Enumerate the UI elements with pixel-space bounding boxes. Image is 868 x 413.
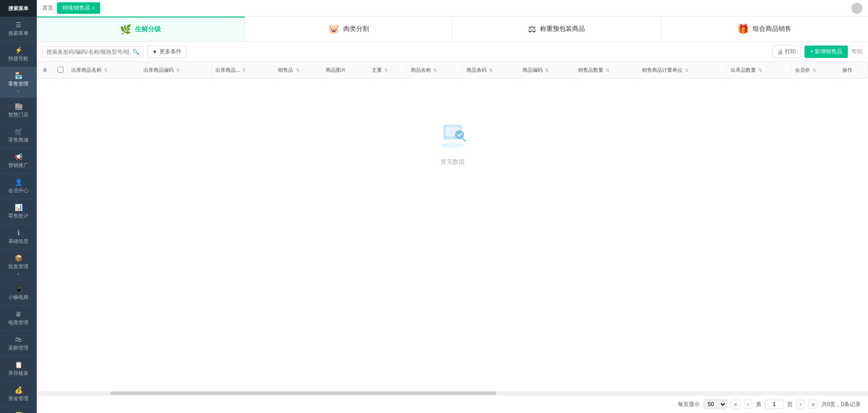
category-tab-weight-pack[interactable]: ⚖ 称重预包装商品 xyxy=(453,17,661,41)
purchase-mgmt-icon: 🛍 xyxy=(15,336,22,343)
marketing-icon: 📢 xyxy=(15,153,23,161)
category-tab-label: 肉类分割 xyxy=(343,25,369,33)
sidebar-item-label: 搜索菜单 xyxy=(8,30,28,37)
filter-icon: ▼ xyxy=(152,49,158,55)
finance-icon: 💰 xyxy=(15,386,23,394)
page-suffix: 页 xyxy=(787,401,793,408)
sidebar-item-wholesale-mgmt[interactable]: 📦 批发管理 xyxy=(0,250,37,281)
basic-info-icon: ℹ xyxy=(17,229,20,236)
user-avatar[interactable] xyxy=(851,3,862,14)
sidebar-item-marketing[interactable]: 📢 营销推广 xyxy=(0,149,37,174)
sidebar-item-quick-nav[interactable]: ⚡ 快捷导航 xyxy=(0,42,37,67)
page-label: 第 xyxy=(756,401,761,408)
th-member-price[interactable]: 会员价 ⇅ xyxy=(791,62,838,79)
sidebar-item-search-menu[interactable]: ☰ 搜索菜单 xyxy=(0,17,37,42)
category-tab-combo-sales[interactable]: 🎁 组合商品销售 xyxy=(661,17,868,41)
topbar-home-link[interactable]: 首页 xyxy=(42,4,53,12)
sidebar-item-smart-store[interactable]: 🏬 智慧门店 xyxy=(0,98,37,123)
category-tab-label: 称重预包装商品 xyxy=(540,25,585,33)
smart-store-icon: 🏬 xyxy=(15,103,23,110)
pagination: 每页显示 50 10 20 100 « ‹ 第 页 › » 共0页，0条记录 xyxy=(37,395,868,413)
th-weight[interactable]: 主重 ⇅ xyxy=(368,62,407,79)
empty-state-text: 暂无数据 xyxy=(441,158,465,166)
category-tabs: 🌿 生鲜分级 🐷 肉类分割 ⚖ 称重预包装商品 🎁 组合商品销售 xyxy=(37,17,868,42)
sidebar-item-ecom-mgmt[interactable]: 🖥 电商管理 xyxy=(0,306,37,331)
th-out-code[interactable]: 出库商品编码 ⇅ xyxy=(139,62,211,79)
horizontal-scrollbar-thumb[interactable] xyxy=(110,391,496,395)
th-sale-qty[interactable]: 销售品数量 ⇅ xyxy=(574,62,638,79)
print-button[interactable]: 🖨 打印 xyxy=(772,46,801,58)
sidebar-item-inventory[interactable]: 📋 库存核算 xyxy=(0,356,37,382)
toolbar-right: 🖨 打印 + 新增销售品 帮助 xyxy=(772,46,862,58)
search-menu-icon: ☰ xyxy=(16,21,22,29)
th-out-spec[interactable]: 出库商品... ⇅ xyxy=(212,62,274,79)
prev-page-button[interactable]: ‹ xyxy=(744,400,752,409)
sidebar-item-member-center[interactable]: 👤 会员中心 xyxy=(0,174,37,199)
print-icon: 🖨 xyxy=(777,49,783,55)
sidebar-item-finance[interactable]: 💰 资金管理 xyxy=(0,382,37,407)
sidebar-item-label: 会员中心 xyxy=(8,187,28,194)
horizontal-scrollbar[interactable] xyxy=(37,391,868,395)
topbar-right xyxy=(851,3,862,14)
new-sale-item-button[interactable]: + 新增销售品 xyxy=(805,46,848,58)
micro-mall-icon: 📱 xyxy=(15,285,23,293)
sidebar-item-basic-info[interactable]: ℹ 基础信息 xyxy=(0,224,37,250)
filter-button[interactable]: ▼ 更多条件 xyxy=(147,46,187,58)
sidebar-item-label: 采购管理 xyxy=(8,344,28,351)
sidebar-item-retail-stats[interactable]: 📊 零售统计 xyxy=(0,199,37,224)
topbar: 首页 特殊销售品 × xyxy=(37,0,868,17)
wholesale-mgmt-icon: 📦 xyxy=(15,254,23,262)
th-product-name[interactable]: 商品名称 ⇅ xyxy=(407,62,462,79)
meat-cut-icon: 🐷 xyxy=(328,23,340,34)
topbar-active-tab[interactable]: 特殊销售品 × xyxy=(57,2,100,14)
retail-mall-icon: 🛒 xyxy=(15,128,23,135)
sidebar-item-ledger[interactable]: 📒 总账管理 xyxy=(0,407,37,413)
search-icon[interactable]: 🔍 xyxy=(132,49,139,55)
sidebar-logo: 搜索菜单 xyxy=(0,0,37,17)
content-area: 🌿 生鲜分级 🐷 肉类分割 ⚖ 称重预包装商品 🎁 组合商品销售 🔍 xyxy=(37,17,868,413)
select-all-checkbox[interactable] xyxy=(57,67,63,73)
sidebar-item-retail-mall[interactable]: 🛒 零售商城 xyxy=(0,123,37,149)
sidebar-item-label: 批发管理 xyxy=(8,263,28,270)
sidebar-item-label: 库存核算 xyxy=(8,370,28,377)
th-out-qty[interactable]: 出库品数量 ⇅ xyxy=(727,62,791,79)
inventory-icon: 📋 xyxy=(15,361,23,368)
sidebar-item-label: 零售管理 xyxy=(8,80,28,87)
per-page-label: 每页显示 xyxy=(678,401,700,408)
data-table: ⚙ 出库商品名称 ⇅ 出库商品编码 ⇅ 出库商品... ⇅ 销售品 ⇅ 商品图片… xyxy=(37,62,868,79)
sidebar-item-micro-mall[interactable]: 📱 小畅电商 xyxy=(0,281,37,306)
sidebar: 搜索菜单 ☰ 搜索菜单 ⚡ 快捷导航 🏪 零售管理 🏬 智慧门店 🛒 零售商城 … xyxy=(0,0,37,413)
combo-sales-icon: 🎁 xyxy=(738,23,749,34)
next-page-button[interactable]: › xyxy=(796,400,805,409)
category-tab-label: 生鲜分级 xyxy=(135,25,161,34)
th-sale-item[interactable]: 销售品 ⇅ xyxy=(274,62,322,79)
sidebar-item-label: 快捷导航 xyxy=(8,55,28,62)
category-tab-meat-cut[interactable]: 🐷 肉类分割 xyxy=(245,17,453,41)
page-number-input[interactable] xyxy=(765,400,783,409)
sidebar-item-label: 营销推广 xyxy=(8,162,28,169)
search-input[interactable] xyxy=(46,49,130,55)
sidebar-item-label: 电商管理 xyxy=(8,319,28,326)
topbar-tab-close[interactable]: × xyxy=(92,6,95,11)
sidebar-item-retail-mgmt[interactable]: 🏪 零售管理 xyxy=(0,67,37,98)
th-settings[interactable]: ⚙ xyxy=(37,62,53,79)
help-button[interactable]: 帮助 xyxy=(851,48,862,56)
quick-nav-icon: ⚡ xyxy=(15,46,23,54)
sidebar-item-label: 小畅电商 xyxy=(8,294,28,301)
first-page-button[interactable]: « xyxy=(731,400,740,409)
sidebar-item-purchase-mgmt[interactable]: 🛍 采购管理 xyxy=(0,331,37,356)
svg-point-0 xyxy=(441,143,464,148)
per-page-select[interactable]: 50 10 20 100 xyxy=(703,399,727,409)
th-checkbox[interactable] xyxy=(53,62,67,79)
th-out-name[interactable]: 出库商品名称 ⇅ xyxy=(67,62,139,79)
last-page-button[interactable]: » xyxy=(808,400,818,409)
sidebar-item-label: 零售统计 xyxy=(8,212,28,219)
th-product-img: 商品图片 xyxy=(322,62,368,79)
sidebar-item-label: 零售商城 xyxy=(8,137,28,143)
search-box[interactable]: 🔍 xyxy=(42,46,143,57)
fresh-grade-icon: 🌿 xyxy=(120,24,131,35)
th-product-code[interactable]: 商品编码 ⇅ xyxy=(518,62,574,79)
th-sale-unit[interactable]: 销售商品计量单位 ⇅ xyxy=(638,62,727,79)
category-tab-fresh-grade[interactable]: 🌿 生鲜分级 xyxy=(37,17,245,41)
th-product-barcode[interactable]: 商品条码 ⇅ xyxy=(463,62,518,79)
